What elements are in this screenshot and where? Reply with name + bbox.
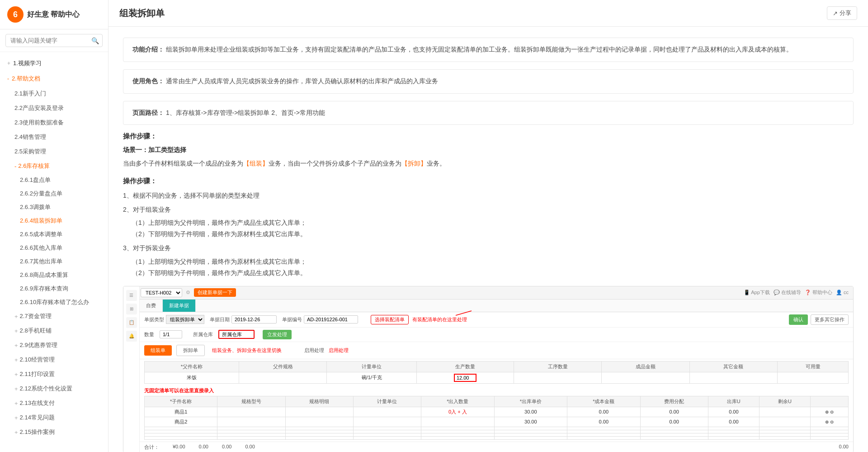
order-date-input[interactable]: [231, 315, 277, 324]
col-avail-qty: 可用量: [778, 361, 849, 372]
page-title: 组装拆卸单: [119, 7, 165, 19]
order-no-input[interactable]: [304, 315, 358, 324]
row-action-1[interactable]: ⊕ ⊖: [825, 409, 834, 414]
screenshot-container: 6 TEST-H002 ⚙ 创建新单据一下 📱 App下载 💬 在线辅导 ❓ 帮…: [123, 286, 854, 452]
sidebar-item-2-7[interactable]: + 2.7资金管理: [0, 309, 108, 324]
more-btn[interactable]: 更多其它操作: [811, 314, 849, 325]
sidebar-item-2-12[interactable]: + 2.12系统个性化设置: [0, 381, 108, 396]
assembly-type-btn[interactable]: 组装单: [144, 345, 172, 356]
subnav-2-6: 2.6.1盘点单 2.6.2分量盘点单 2.6.3调拨单 2.6.4组装拆卸单 …: [0, 173, 108, 309]
sidebar-item-2-2[interactable]: 2.2产品安装及登录: [0, 101, 108, 115]
sidebar-item-2-13[interactable]: + 2.13在线支付: [0, 396, 108, 410]
order-date-field: 单据日期: [210, 315, 277, 324]
brand-name: 好生意 帮助中心: [27, 10, 80, 19]
sidebar-item-2-1[interactable]: 2.1新手入门: [0, 86, 108, 101]
sidebar-item-docs[interactable]: - 2.帮助文档: [0, 71, 108, 86]
sidebar-item-2-6-10[interactable]: 2.6.10库存账本错了怎么办: [0, 295, 108, 309]
main-panel: 组装拆卸单 ↗ 分享 功能介绍： 组装拆卸单用来处理企业组装或拆卸等加工业务，支…: [108, 0, 868, 452]
step3-subs: （1）上部明细为父件明细，最终作为原材料生成其它出库单； （2）下部明细为子件明…: [132, 256, 854, 279]
intro-block: 功能介绍： 组装拆卸单用来处理企业组装或拆卸等加工业务，支持有固定装配清单的产品…: [123, 38, 854, 62]
col-parent-spec: 父件规格: [239, 361, 327, 372]
scene1-steps-title: 操作步骤：: [123, 177, 854, 186]
app-icon-1[interactable]: ☰: [126, 290, 137, 301]
sidebar-item-2-3[interactable]: 2.3使用前数据准备: [0, 115, 108, 130]
sidebar-item-2-6-4[interactable]: 2.6.4组装拆卸单: [0, 214, 108, 228]
sidebar-item-2-15[interactable]: + 2.15操作案例: [0, 425, 108, 439]
upper-table-container: *父件名称 父件规格 计量单位 生产数量 工序数量 成品金额 其它金额 可用量: [140, 359, 853, 385]
sidebar-item-2-11[interactable]: + 2.11打印设置: [0, 367, 108, 381]
sidebar-item-2-6[interactable]: - 2.6库存核算: [0, 159, 108, 173]
tab-new-order[interactable]: 新建单据: [163, 300, 196, 312]
app-icon-4[interactable]: 🔔: [126, 331, 137, 342]
new-order-btn[interactable]: 创建新单据一下: [194, 288, 236, 297]
role-label: 使用角色：: [132, 77, 164, 85]
disassembly-type-btn[interactable]: 拆卸单: [176, 345, 205, 356]
step2: 2、对于组装业务 （1）上部明细为父件明细，最终作为产成品生成其它入库单； （2…: [123, 204, 854, 240]
ann3-label: 启用处理: [329, 347, 349, 354]
company-select[interactable]: TEST-H002: [141, 288, 182, 297]
lower-table: *子件名称 规格型号 规格明细 计量单位 *出入数量 *出库单价 *成本金额 费…: [144, 396, 849, 440]
row-action-2[interactable]: ⊕ ⊖: [825, 419, 834, 424]
table-row: [145, 427, 849, 430]
apply-btn[interactable]: 立发处理: [263, 330, 292, 339]
col-prod-qty: 生产数量: [417, 361, 514, 372]
app-subtabs: 自费 新建单据: [140, 300, 853, 312]
sidebar-item-2-5[interactable]: 2.5采购管理: [0, 144, 108, 159]
order-type-select[interactable]: 组装拆卸单: [166, 315, 204, 324]
sidebar-item-2-6-5[interactable]: 2.6.5成本调整单: [0, 228, 108, 241]
warehouse-input[interactable]: [218, 330, 255, 339]
col-parent-name: *父件名称: [145, 361, 239, 372]
search-input[interactable]: [5, 34, 103, 47]
tab-zifei[interactable]: 自费: [140, 300, 163, 312]
sidebar-item-video[interactable]: + 1.视频学习: [0, 56, 108, 71]
sidebar-item-2-10[interactable]: + 2.10经营管理: [0, 352, 108, 367]
confirm-btn[interactable]: 确认: [789, 314, 808, 325]
app-icon-3[interactable]: 📋: [126, 317, 137, 328]
search-icon[interactable]: 🔍: [91, 37, 99, 44]
assembly-area: 选择装配清单 有装配清单的在这里处理: [371, 315, 467, 324]
prod-qty-input[interactable]: [454, 374, 476, 382]
share-button[interactable]: ↗ 分享: [827, 6, 857, 20]
sidebar-item-2-9[interactable]: + 2.9优惠券管理: [0, 338, 108, 352]
sidebar-item-2-6-8[interactable]: 2.6.8商品成本重算: [0, 268, 108, 282]
scene1-title: 场景一：加工类型选择: [123, 146, 854, 154]
sidebar-item-2-4[interactable]: 2.4销售管理: [0, 130, 108, 144]
table-row: 米饭 碗/1/千克: [145, 372, 849, 383]
step3-sub2: （2）下部明细为子件明细，最终作为产成品生成其它入库单。: [132, 267, 854, 279]
sidebar-item-2-14[interactable]: + 2.14常见问题: [0, 410, 108, 425]
app-form-row: 单据类型 组装拆卸单 单据日期 单据编号: [140, 312, 853, 328]
app-sidebar-strip: ☰ ⊞ 📋 🔔: [123, 286, 140, 452]
sidebar-item-2-6-6[interactable]: 2.6.6其他入库单: [0, 241, 108, 255]
qty-row: 数量 所属仓库 立发处理: [140, 328, 853, 342]
upper-table: *父件名称 父件规格 计量单位 生产数量 工序数量 成品金额 其它金额 可用量: [144, 361, 849, 384]
table-row: [145, 433, 849, 436]
sidebar-item-2-6-1[interactable]: 2.6.1盘点单: [0, 173, 108, 187]
role-block: 使用角色： 通常由生产人员或库管人员完成拆装业务的操作，库管人员确认原材料的出库…: [123, 69, 854, 94]
sidebar-item-2-6-9[interactable]: 2.6.9库存账本查询: [0, 282, 108, 295]
col-unit: 计量单位: [327, 361, 417, 372]
ann1-arrow: [453, 309, 476, 318]
col-prod-amt: 成品金额: [602, 361, 689, 372]
app-topbar: 6 TEST-H002 ⚙ 创建新单据一下 📱 App下载 💬 在线辅导 ❓ 帮…: [123, 286, 853, 300]
sidebar-item-2-6-3[interactable]: 2.6.3调拨单: [0, 200, 108, 214]
qty-input[interactable]: [160, 330, 182, 338]
table-row: 商品1 0入 + 入 30.00 0.00 0.00 0.00: [145, 407, 849, 417]
order-no-field: 单据编号: [282, 315, 358, 324]
app-body: ☰ ⊞ 📋 🔔 自费 新建单据: [123, 300, 853, 452]
app-icon-2[interactable]: ⊞: [126, 304, 137, 314]
screenshot-inner: 6 TEST-H002 ⚙ 创建新单据一下 📱 App下载 💬 在线辅导 ❓ 帮…: [123, 286, 853, 452]
select-assembly-btn[interactable]: 选择装配清单: [371, 315, 409, 324]
table-row: 商品2 30.00 0.00 0.00 0.00: [145, 417, 849, 427]
lower-table-container: 无固定清单可以在这里直接录入 *子件名称 规格型号 规格明细 计量单位: [140, 385, 853, 442]
docs-subnav: 2.1新手入门 2.2产品安装及登录 2.3使用前数据准备 2.4销售管理 2.…: [0, 86, 108, 439]
sidebar-item-2-8[interactable]: + 2.8手机旺铺: [0, 324, 108, 338]
sidebar-item-2-6-7[interactable]: 2.6.7其他出库单: [0, 255, 108, 268]
svg-line-0: [456, 311, 472, 315]
step1: 1、根据不同的业务，选择不同单据的类型来处理: [123, 190, 854, 201]
path-text: 1、库存核算->库存管理->组装拆卸单 2、首页->常用功能: [166, 109, 325, 116]
main-header: 组装拆卸单 ↗ 分享: [108, 0, 868, 27]
sidebar-item-2-6-2[interactable]: 2.6.2分量盘点单: [0, 187, 108, 200]
path-block: 页面路径： 1、库存核算->库存管理->组装拆卸单 2、首页->常用功能: [123, 101, 854, 125]
logo-area: 6 好生意 帮助中心: [0, 0, 108, 29]
path-label: 页面路径：: [132, 109, 164, 116]
